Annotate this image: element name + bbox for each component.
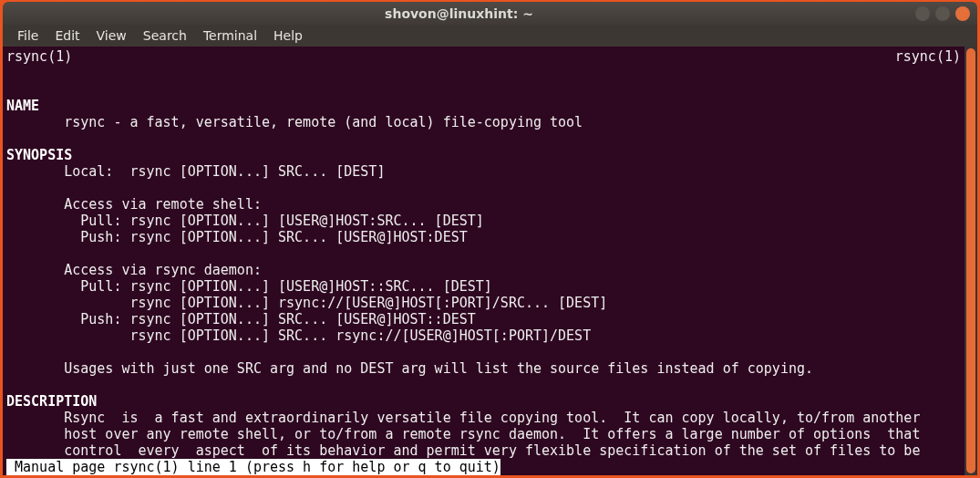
- section-synopsis: SYNOPSIS: [6, 147, 72, 163]
- menu-edit[interactable]: Edit: [47, 26, 87, 46]
- man-header-right: rsync(1): [895, 48, 961, 65]
- pager-status-line: Manual page rsync(1) line 1 (press h for…: [6, 459, 500, 475]
- menu-view[interactable]: View: [89, 26, 134, 46]
- menu-terminal[interactable]: Terminal: [196, 26, 264, 46]
- name-line: rsync - a fast, versatile, remote (and l…: [6, 114, 583, 130]
- window-controls: [915, 6, 977, 21]
- scroll-thumb[interactable]: [966, 48, 975, 473]
- synopsis-line: rsync [OPTION...] rsync://[USER@]HOST[:P…: [6, 295, 607, 311]
- close-button[interactable]: [955, 6, 970, 21]
- maximize-button[interactable]: [935, 6, 950, 21]
- synopsis-line: Pull: rsync [OPTION...] [USER@]HOST::SRC…: [6, 278, 492, 295]
- menu-help[interactable]: Help: [266, 26, 310, 46]
- description-line: Rsync is a fast and extraordinarily vers…: [6, 410, 920, 426]
- synopsis-line: Push: rsync [OPTION...] SRC... [USER@]HO…: [6, 229, 468, 245]
- minimize-button[interactable]: [915, 6, 930, 21]
- window-title: shovon@linuxhint: ~: [3, 6, 915, 21]
- synopsis-line: Access via remote shell:: [6, 196, 262, 213]
- menu-search[interactable]: Search: [136, 26, 194, 46]
- man-header-left: rsync(1): [6, 48, 72, 65]
- synopsis-line: rsync [OPTION...] SRC... rsync://[USER@]…: [6, 327, 591, 344]
- synopsis-line: Usages with just one SRC arg and no DEST…: [6, 360, 813, 377]
- menu-file[interactable]: File: [10, 26, 46, 46]
- synopsis-line: Push: rsync [OPTION...] SRC... [USER@]HO…: [6, 311, 476, 327]
- terminal-area: rsync(1)rsync(1) NAME rsync - a fast, ve…: [3, 47, 977, 475]
- section-name: NAME: [6, 98, 39, 114]
- terminal-scrollbar[interactable]: [965, 47, 977, 475]
- description-line: control every aspect of its behavior and…: [6, 442, 920, 459]
- section-description: DESCRIPTION: [6, 393, 97, 410]
- window-titlebar: shovon@linuxhint: ~: [3, 2, 977, 25]
- description-line: host over any remote shell, or to/from a…: [6, 426, 920, 442]
- terminal-output[interactable]: rsync(1)rsync(1) NAME rsync - a fast, ve…: [3, 47, 965, 475]
- synopsis-line: Access via rsync daemon:: [6, 262, 262, 278]
- synopsis-line: Local: rsync [OPTION...] SRC... [DEST]: [6, 163, 385, 180]
- menubar: File Edit View Search Terminal Help: [3, 25, 977, 47]
- synopsis-line: Pull: rsync [OPTION...] [USER@]HOST:SRC.…: [6, 213, 484, 229]
